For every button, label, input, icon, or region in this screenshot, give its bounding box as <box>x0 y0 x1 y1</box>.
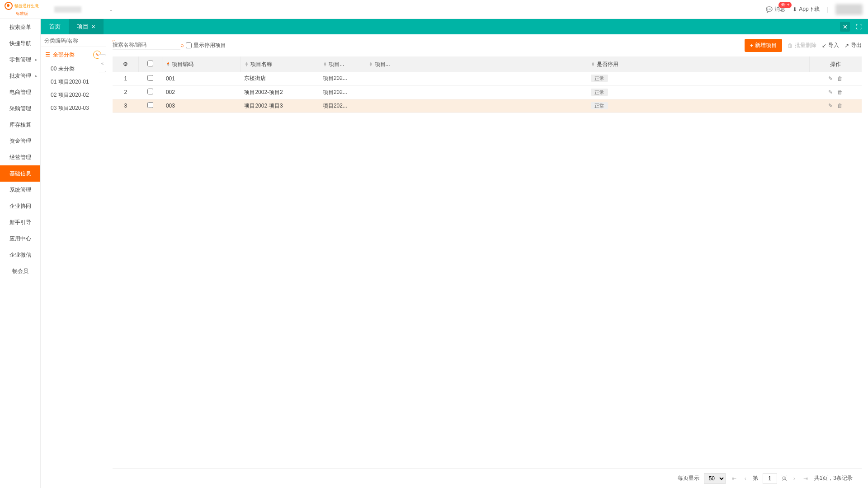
tab-bar: 首页 项目 ✕ ✕ ⛶ <box>41 19 868 34</box>
messages-button[interactable]: 💬 消息 99 + <box>766 5 785 13</box>
sidebar-item-0[interactable]: 搜索菜单 <box>0 19 40 34</box>
logo[interactable]: 畅捷通好生意 标准版 <box>0 0 41 19</box>
top-header: 畅捷通好生意 标准版 ⌄ 💬 消息 99 + ⬇ App下载 | <box>0 0 868 19</box>
company-selector[interactable]: ⌄ <box>54 6 113 13</box>
fullscreen-button[interactable]: ⛶ <box>854 22 863 32</box>
messages-badge: 99 + <box>778 2 792 8</box>
close-icon[interactable]: ✕ <box>91 24 95 30</box>
company-name-blurred <box>54 6 81 13</box>
sidebar: 搜索菜单快捷导航零售管理▸批发管理▸电商管理采购管理库存核算资金管理经营管理基础… <box>0 19 41 34</box>
logo-subtitle: 标准版 <box>16 11 28 17</box>
tab-close-all-button[interactable]: ✕ <box>840 22 850 32</box>
expand-icon: ⛶ <box>856 23 862 30</box>
chevron-down-icon: ⌄ <box>108 6 113 13</box>
logo-icon <box>5 2 13 10</box>
tab-home[interactable]: 首页 <box>41 19 69 34</box>
tab-project[interactable]: 项目 ✕ <box>69 19 104 34</box>
download-icon: ⬇ <box>793 6 797 13</box>
close-icon: ✕ <box>843 23 848 30</box>
message-icon: 💬 <box>766 6 773 13</box>
user-avatar[interactable] <box>835 4 863 15</box>
app-download-button[interactable]: ⬇ App下载 <box>793 5 819 13</box>
app-download-label: App下载 <box>799 5 819 13</box>
logo-brand-text: 畅捷通好生意 <box>14 3 39 9</box>
